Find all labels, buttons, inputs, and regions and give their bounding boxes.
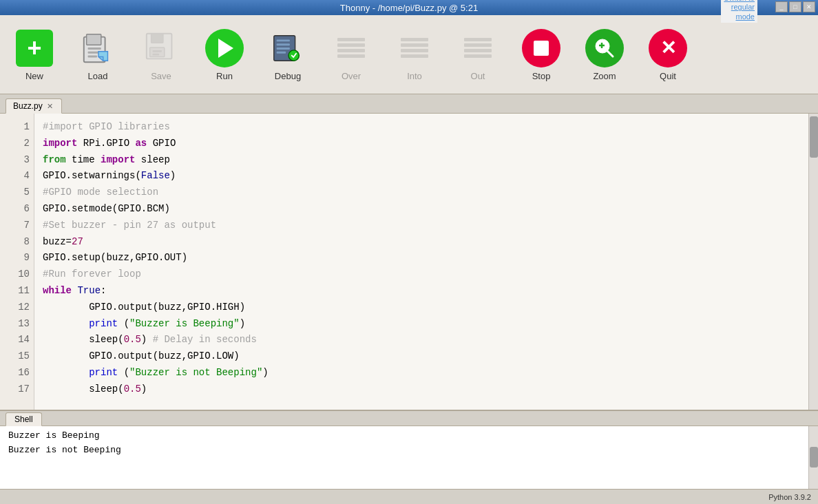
line-num: 15 (4, 348, 30, 365)
svg-point-15 (289, 50, 299, 60)
line-numbers: 1 2 3 4 5 6 7 8 9 10 11 12 13 14 15 16 1… (0, 114, 34, 410)
svg-rect-8 (152, 50, 161, 52)
zoom-icon (585, 28, 625, 68)
debug-label: Debug (275, 71, 301, 81)
svg-rect-9 (152, 53, 159, 55)
shell-body: Buzzer is Beeping Buzzer is not Beeping (0, 426, 818, 489)
svg-line-18 (606, 50, 613, 56)
shell-container: Shell Buzzer is Beeping Buzzer is not Be… (0, 410, 818, 489)
switch-mode-area: Switch to regular mode (715, 0, 763, 15)
line-num: 11 (4, 283, 30, 300)
save-label: Save (151, 71, 171, 81)
out-label: Out (471, 71, 485, 81)
over-button[interactable]: Over (321, 20, 381, 89)
quit-button[interactable]: Quit (638, 20, 698, 89)
run-icon (204, 28, 244, 68)
out-button[interactable]: Out (448, 20, 508, 89)
shell-tab-bar: Shell (0, 411, 818, 426)
shell-tab-label-text: Shell (14, 414, 33, 424)
maximize-button[interactable]: □ (789, 1, 801, 12)
line-num: 12 (4, 300, 30, 316)
tab-close-button[interactable]: ✕ (47, 102, 53, 111)
tab-bar: Buzz.py ✕ (0, 94, 818, 114)
into-button[interactable]: Into (384, 20, 445, 89)
shell-line: Buzzer is Beeping (8, 429, 800, 443)
title-bar-controls: _ □ ✕ (775, 1, 815, 12)
shell-scrollbar[interactable] (808, 426, 818, 489)
shell-line: Buzzer is not Beeping (8, 443, 800, 458)
toolbar: New Load Save (0, 15, 818, 94)
run-label: Run (216, 71, 233, 81)
switch-mode-link[interactable]: Switch to regular mode (721, 0, 757, 23)
line-num: 7 (4, 218, 30, 234)
tab-filename: Buzz.py (13, 101, 43, 111)
svg-rect-14 (277, 51, 286, 53)
line-num: 2 (4, 136, 30, 152)
svg-rect-11 (277, 39, 290, 41)
line-num: 5 (4, 185, 30, 201)
into-icon (395, 28, 434, 68)
line-num: 1 (4, 119, 30, 136)
load-button[interactable]: Load (67, 20, 128, 89)
line-num: 10 (4, 266, 30, 283)
editor-area: 1 2 3 4 5 6 7 8 9 10 11 12 13 14 15 16 1… (0, 114, 818, 410)
svg-rect-1 (87, 34, 101, 44)
stop-label: Stop (532, 71, 551, 81)
minimize-button[interactable]: _ (775, 1, 788, 12)
line-num: 4 (4, 168, 30, 185)
quit-label: Quit (660, 71, 676, 81)
svg-rect-12 (277, 43, 290, 45)
line-num: 9 (4, 250, 30, 266)
zoom-button[interactable]: Zoom (574, 20, 635, 89)
shell-tab[interactable]: Shell (6, 412, 42, 426)
over-label: Over (342, 71, 361, 81)
new-label: New (25, 71, 43, 81)
code-editor[interactable]: #import GPIO libraries import RPi.GPIO a… (34, 114, 808, 410)
close-window-button[interactable]: ✕ (803, 1, 815, 12)
line-num: 3 (4, 152, 30, 169)
title-text: Thonny - /home/pi/Buzz.py @ 5:21 (340, 3, 478, 13)
status-bar: Python 3.9.2 (0, 489, 818, 504)
line-num: 16 (4, 365, 30, 381)
debug-icon (268, 28, 308, 68)
debug-button[interactable]: Debug (258, 20, 318, 89)
line-num: 17 (4, 381, 30, 398)
load-label: Load (88, 71, 108, 81)
svg-rect-4 (88, 55, 97, 57)
editor-scrollbar[interactable] (808, 114, 818, 410)
shell-output[interactable]: Buzzer is Beeping Buzzer is not Beeping (0, 426, 808, 489)
editor-scrollbar-thumb (810, 116, 818, 158)
line-num: 8 (4, 234, 30, 251)
run-button[interactable]: Run (194, 20, 255, 89)
zoom-label: Zoom (593, 71, 616, 81)
line-num: 13 (4, 316, 30, 333)
stop-icon (521, 28, 561, 68)
svg-rect-13 (277, 48, 290, 50)
new-button[interactable]: New (4, 20, 65, 89)
line-num: 14 (4, 332, 30, 348)
new-icon (14, 28, 54, 68)
save-button[interactable]: Save (131, 20, 191, 89)
python-version: Python 3.9.2 (768, 493, 811, 501)
shell-scrollbar-thumb (810, 447, 818, 468)
svg-rect-6 (151, 33, 163, 42)
file-tab[interactable]: Buzz.py ✕ (6, 98, 62, 114)
stop-button[interactable]: Stop (511, 20, 571, 89)
out-icon (458, 28, 498, 68)
load-icon (78, 28, 118, 68)
over-icon (331, 28, 371, 68)
save-icon (141, 28, 181, 68)
into-label: Into (407, 71, 422, 81)
line-num: 6 (4, 201, 30, 218)
svg-rect-2 (88, 48, 101, 50)
title-bar: Thonny - /home/pi/Buzz.py @ 5:21 Switch … (0, 0, 818, 15)
quit-icon (648, 28, 688, 68)
